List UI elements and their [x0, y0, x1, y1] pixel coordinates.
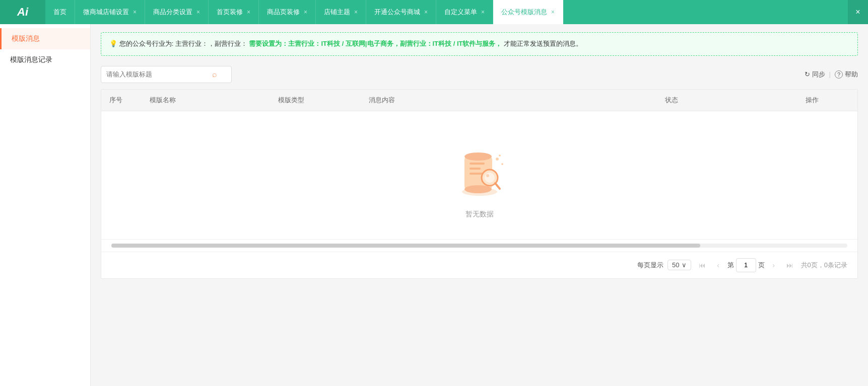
nav-tab-close-button[interactable]: × — [304, 9, 307, 16]
sync-label: 同步 — [812, 70, 825, 79]
nav-tab-store-theme[interactable]: 店铺主题× — [316, 0, 366, 24]
nav-tab-label: 首页装修 — [217, 8, 243, 17]
page-size-value: 50 — [672, 261, 679, 269]
svg-rect-5 — [470, 168, 481, 170]
svg-point-12 — [501, 163, 503, 165]
nav-tab-custom-menu[interactable]: 自定义菜单× — [436, 0, 493, 24]
sync-button[interactable]: ↻ 同步 — [805, 70, 825, 79]
pagination: 每页显示 50 ∨ ⏮ ‹ 第 页 › ⏭ 共0页，0条记录 — [101, 252, 857, 278]
nav-tab-label: 开通公众号商城 — [374, 8, 420, 17]
toolbar-right: ↻ 同步 | ? 帮助 — [805, 70, 858, 79]
toolbar-divider: | — [829, 70, 831, 78]
scrollbar-track[interactable] — [111, 244, 847, 248]
nav-tab-template-msg[interactable]: 公众号模版消息× — [493, 0, 563, 24]
nav-tab-label: 店铺主题 — [324, 8, 350, 17]
help-button[interactable]: ? 帮助 — [835, 70, 858, 79]
chevron-down-icon: ∨ — [682, 261, 687, 269]
col-header-type: 模版类型 — [270, 90, 361, 111]
svg-point-3 — [464, 185, 492, 193]
main-layout: 模版消息模版消息记录 💡 您的公众号行业为: 主营行业：，副营行业： 需要设置为… — [0, 24, 868, 386]
app-logo: Ai — [0, 0, 45, 24]
nav-tab-label: 公众号模版消息 — [501, 8, 547, 17]
last-page-button[interactable]: ⏭ — [783, 258, 797, 272]
first-page-button[interactable]: ⏮ — [695, 258, 709, 272]
svg-point-11 — [496, 158, 499, 161]
empty-illustration — [449, 141, 510, 202]
nav-tab-home-decor[interactable]: 首页装修× — [209, 0, 259, 24]
nav-tab-label: 首页 — [53, 8, 66, 17]
data-table: 序号 模版名称 模版类型 消息内容 状态 操作 — [101, 89, 858, 279]
page-navigation: ⏮ ‹ 第 页 › ⏭ — [695, 258, 797, 272]
svg-point-10 — [486, 174, 489, 177]
sync-icon: ↻ — [805, 70, 810, 78]
scrollbar-thumb[interactable] — [111, 244, 700, 248]
col-header-seq: 序号 — [101, 90, 142, 111]
info-highlight: 需要设置为：主营行业：IT科技 / 互联网|电子商务，副营行业：IT科技 / I… — [249, 40, 502, 47]
svg-point-8 — [485, 173, 495, 183]
nav-tab-product-decor[interactable]: 商品页装修× — [259, 0, 316, 24]
page-number-input[interactable] — [736, 258, 756, 272]
nav-tab-home[interactable]: 首页 — [45, 0, 75, 24]
nav-tabs: 首页微商城店铺设置×商品分类设置×首页装修×商品页装修×店铺主题×开通公众号商城… — [45, 0, 848, 24]
bulb-icon: 💡 — [109, 40, 117, 47]
nav-tab-wechat-store[interactable]: 微商城店铺设置× — [75, 0, 145, 24]
col-header-action: 操作 — [767, 90, 857, 111]
table-header: 序号 模版名称 模版类型 消息内容 状态 操作 — [101, 90, 857, 111]
top-nav: Ai 首页微商城店铺设置×商品分类设置×首页装修×商品页装修×店铺主题×开通公众… — [0, 0, 868, 24]
svg-point-13 — [499, 155, 501, 157]
nav-tab-close-button[interactable]: × — [354, 9, 358, 16]
total-records: 共0页，0条记录 — [801, 261, 847, 270]
sidebar-item-template-msg-log[interactable]: 模版消息记录 — [0, 49, 90, 70]
search-bar: ⌕ ↻ 同步 | ? 帮助 — [101, 66, 858, 83]
search-input[interactable] — [106, 70, 212, 78]
content-area: 💡 您的公众号行业为: 主营行业：，副营行业： 需要设置为：主营行业：IT科技 … — [91, 24, 868, 386]
info-suffix: 才能正常发送预置的消息。 — [504, 40, 582, 47]
svg-point-2 — [464, 152, 492, 161]
help-icon: ? — [835, 70, 843, 79]
help-label: 帮助 — [845, 70, 858, 79]
col-header-content: 消息内容 — [361, 90, 657, 111]
empty-text: 暂无数据 — [465, 210, 494, 219]
sidebar-item-template-msg[interactable]: 模版消息 — [0, 28, 90, 49]
nav-tab-open-mall[interactable]: 开通公众号商城× — [366, 0, 436, 24]
page-size-label: 每页显示 — [637, 261, 663, 270]
svg-rect-4 — [470, 163, 485, 165]
nav-tab-close-button[interactable]: × — [133, 9, 137, 16]
close-all-button[interactable]: × — [848, 0, 868, 24]
nav-tab-label: 商品分类设置 — [153, 8, 192, 17]
prev-page-button[interactable]: ‹ — [711, 258, 725, 272]
info-banner: 💡 您的公众号行业为: 主营行业：，副营行业： 需要设置为：主营行业：IT科技 … — [101, 32, 858, 56]
nav-tab-close-button[interactable]: × — [424, 9, 428, 16]
page-label-post: 页 — [758, 261, 765, 270]
nav-tab-label: 微商城店铺设置 — [83, 8, 129, 17]
nav-tab-close-button[interactable]: × — [247, 9, 250, 16]
sidebar: 模版消息模版消息记录 — [0, 24, 91, 386]
col-header-name: 模版名称 — [142, 90, 270, 111]
page-label-pre: 第 — [727, 261, 734, 270]
nav-tab-label: 商品页装修 — [267, 8, 300, 17]
col-header-status: 状态 — [657, 90, 766, 111]
page-size-select[interactable]: 50 ∨ — [667, 260, 691, 270]
nav-tab-label: 自定义菜单 — [444, 8, 477, 17]
nav-tab-product-category[interactable]: 商品分类设置× — [145, 0, 209, 24]
nav-tab-close-button[interactable]: × — [481, 9, 485, 16]
next-page-button[interactable]: › — [767, 258, 781, 272]
horizontal-scrollbar[interactable] — [101, 239, 857, 252]
empty-state: 暂无数据 — [101, 111, 857, 239]
nav-tab-close-button[interactable]: × — [196, 9, 200, 16]
search-icon[interactable]: ⌕ — [212, 70, 217, 79]
svg-line-9 — [495, 183, 500, 189]
info-prefix: 您的公众号行业为: 主营行业：，副营行业： — [119, 40, 247, 47]
nav-tab-close-button[interactable]: × — [551, 9, 555, 16]
search-input-wrap[interactable]: ⌕ — [101, 66, 232, 83]
